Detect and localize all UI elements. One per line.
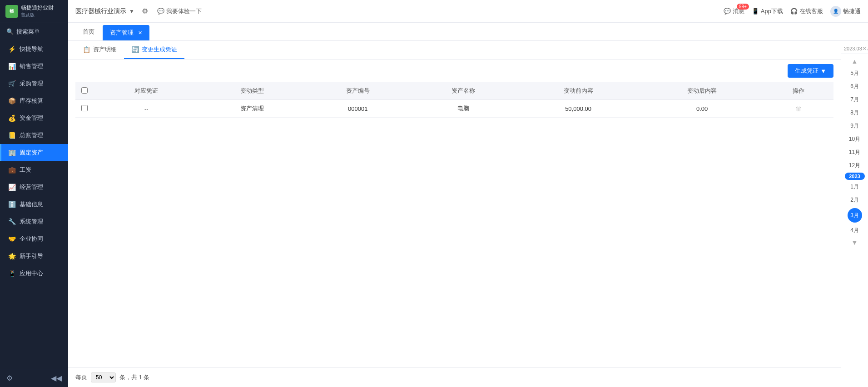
sidebar-item-operations[interactable]: 📈 经营管理 (0, 179, 68, 196)
sidebar-item-guide[interactable]: 🌟 新手引导 (0, 248, 68, 265)
delete-icon[interactable]: 🗑 (795, 105, 802, 112)
collapse-icon[interactable]: ◀◀ (51, 374, 62, 382)
month-2023-2[interactable]: 2月 (845, 194, 865, 206)
generate-voucher-button[interactable]: 生成凭证 ▼ (788, 64, 833, 78)
year-prev-label: 2023.03 (844, 46, 862, 51)
month-2023-1[interactable]: 1月 (845, 181, 865, 193)
month-12[interactable]: 12月 (845, 159, 865, 172)
month-9[interactable]: 9月 (845, 120, 865, 132)
sidebar-item-label: 总账管理 (20, 131, 43, 139)
page-content: 📋 资产明细 🔄 变更生成凭证 生成凭证 ▼ (68, 41, 841, 387)
sidebar-item-ledger[interactable]: 📒 总账管理 (0, 127, 68, 144)
row-checkbox[interactable] (81, 105, 88, 111)
online-service-btn[interactable]: 🎧 在线客服 (790, 7, 823, 15)
total-count: 条，共 1 条 (119, 373, 149, 382)
sidebar-item-system[interactable]: 🔧 系统管理 (0, 213, 68, 230)
basic-info-icon: ℹ️ (8, 201, 16, 208)
month-scroll-up-btn[interactable]: ▲ (841, 56, 868, 67)
month-7[interactable]: 7月 (845, 94, 865, 106)
guide-icon: 🌟 (8, 253, 16, 260)
user-area[interactable]: 👤 畅捷通 (830, 6, 861, 17)
col-operation: 操作 (764, 82, 833, 100)
settings-gear-icon[interactable]: ⚙ (142, 7, 148, 15)
content-area: 📋 资产明细 🔄 变更生成凭证 生成凭证 ▼ (68, 41, 868, 387)
company-dropdown[interactable]: ▼ (129, 8, 134, 15)
tab-asset-management[interactable]: 资产管理 ✕ (103, 25, 149, 40)
col-checkbox (75, 82, 94, 100)
feedback-btn[interactable]: 💬 我要体验一下 (157, 7, 202, 15)
app-download-btn[interactable]: 📱 App下载 (752, 7, 783, 15)
pagination: 每页 50 10 20 100 条，共 1 条 (68, 367, 841, 387)
month-11[interactable]: 11月 (845, 146, 865, 159)
sidebar-item-label: 资金管理 (20, 114, 43, 122)
sidebar-item-purchase[interactable]: 🛒 采购管理 (0, 75, 68, 92)
salary-icon: 💼 (8, 166, 16, 174)
app-download-label: App下载 (761, 7, 783, 15)
sidebar-item-funds[interactable]: 💰 资金管理 (0, 109, 68, 127)
col-asset-code: 资产编号 (305, 82, 411, 100)
logo-name: 畅捷通好业财 (21, 5, 54, 12)
month-8[interactable]: 8月 (845, 107, 865, 119)
tab-asset-label: 资产管理 (110, 29, 134, 36)
enterprise-icon: 🤝 (8, 235, 16, 243)
col-after-change: 变动后内容 (640, 82, 764, 100)
asset-detail-icon: 📋 (83, 46, 90, 53)
feedback-label: 我要体验一下 (166, 7, 202, 15)
online-service-label: 在线客服 (799, 7, 823, 15)
operations-icon: 📈 (8, 184, 16, 191)
settings-icon[interactable]: ⚙ (6, 374, 13, 382)
purchase-icon: 🛒 (8, 80, 16, 87)
sidebar-item-label: 基础信息 (20, 200, 43, 208)
tab-asset-detail[interactable]: 📋 资产明细 (75, 41, 124, 59)
row-voucher: -- (94, 100, 199, 118)
row-change-type: 资产清理 (199, 100, 305, 118)
sidebar-item-label: 经营管理 (20, 183, 43, 191)
row-after-change: 0.00 (640, 100, 764, 118)
col-voucher: 对应凭证 (94, 82, 199, 100)
row-asset-code: 000001 (305, 100, 411, 118)
messages-btn[interactable]: 💬 消息 99+ (724, 7, 744, 15)
sidebar-item-basic-info[interactable]: ℹ️ 基础信息 (0, 196, 68, 213)
system-icon: 🔧 (8, 218, 16, 225)
sidebar-item-salary[interactable]: 💼 工资 (0, 161, 68, 179)
close-panel-icon[interactable]: ✕ (862, 45, 867, 52)
sidebar-item-fixed-assets[interactable]: 🏢 固定资产 (0, 144, 68, 161)
tab-change-voucher[interactable]: 🔄 变更生成凭证 (124, 41, 184, 59)
tab-close-icon[interactable]: ✕ (138, 30, 142, 35)
right-sidebar-months: 2023.03 ✕ ⤢ ▲ 5月 6月 7月 8月 9月 10月 11月 12月… (841, 41, 868, 387)
sidebar-item-enterprise[interactable]: 🤝 企业协同 (0, 230, 68, 248)
month-2023-4[interactable]: 4月 (845, 224, 865, 237)
select-all-checkbox[interactable] (81, 87, 88, 94)
sidebar-item-quick-nav[interactable]: ⚡ 快捷导航 (0, 40, 68, 58)
change-voucher-icon: 🔄 (131, 46, 139, 53)
sidebar-item-inventory[interactable]: 📦 库存核算 (0, 92, 68, 109)
per-page-select[interactable]: 50 10 20 100 (91, 372, 116, 382)
month-2023-3-current[interactable]: 3月 (848, 208, 862, 223)
feedback-icon: 💬 (157, 8, 164, 15)
row-before-change: 50,000.00 (516, 100, 640, 118)
col-asset-name: 资产名称 (411, 82, 516, 100)
nav-tabs: 首页 资产管理 ✕ (68, 23, 868, 41)
inventory-icon: 📦 (8, 97, 16, 104)
messages-badge: 99+ (737, 4, 749, 10)
logo-text: 畅捷通好业财 普及版 (21, 5, 54, 18)
sidebar: 畅 畅捷通好业财 普及版 🔍 搜索菜单 ⚡ 快捷导航 📊 销售管理 🛒 采购管理… (0, 0, 68, 387)
username-label: 畅捷通 (843, 7, 861, 15)
table-wrapper: 对应凭证 变动类型 资产编号 资产名称 (68, 82, 841, 367)
tab-home-label: 首页 (83, 28, 94, 35)
month-scroll-down-btn[interactable]: ▼ (841, 237, 868, 248)
company-title: 医疗器械行业演示 ▼ (75, 7, 134, 15)
tab-home[interactable]: 首页 (75, 24, 102, 40)
month-10[interactable]: 10月 (845, 133, 865, 145)
search-icon: 🔍 (6, 28, 14, 35)
month-5[interactable]: 5月 (845, 67, 865, 79)
funds-icon: 💰 (8, 114, 16, 122)
sidebar-item-app-center[interactable]: 📱 应用中心 (0, 265, 68, 282)
dropdown-arrow-icon: ▼ (820, 68, 826, 74)
sidebar-search[interactable]: 🔍 搜索菜单 (0, 23, 68, 40)
data-table: 对应凭证 变动类型 资产编号 资产名称 (75, 82, 833, 118)
sidebar-item-label: 销售管理 (20, 62, 43, 70)
row-checkbox-cell (75, 100, 94, 118)
month-6[interactable]: 6月 (845, 80, 865, 93)
sidebar-item-sales[interactable]: 📊 销售管理 (0, 58, 68, 75)
